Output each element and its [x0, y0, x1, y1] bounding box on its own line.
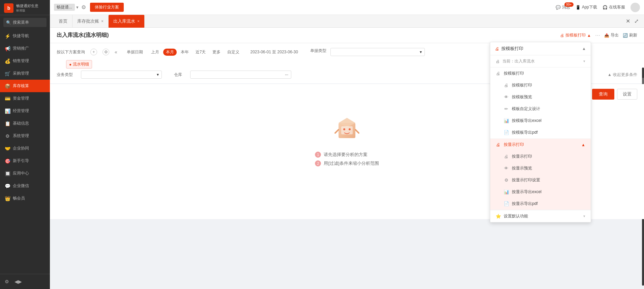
top-header: 畅捷通... ▾ ⚙ 体验行业方案 💬 消息 99+ 📱 App下载 🎧 在线客…	[50, 0, 644, 15]
display-print-section-toggle[interactable]: 🖨 按显示打印 ▲	[490, 139, 591, 151]
message-icon: 💬	[556, 5, 561, 10]
tab-batch-account-close[interactable]: ×	[101, 19, 104, 24]
dropdown-item-display-preview[interactable]: 👁 按显示预览	[490, 162, 591, 174]
print-dropdown-panel: 🖨 按模板打印 ▲ 🖨 当前：出入库流水 ▾	[490, 42, 591, 222]
headset-icon: 🎧	[603, 5, 608, 10]
collapse-more-button[interactable]: ▲ 收起更多条件	[608, 72, 637, 78]
dropdown-item-display-print[interactable]: 🖨 按显示打印	[490, 151, 591, 162]
tab-in-out-flow-close[interactable]: ×	[137, 19, 140, 24]
date-tab-more[interactable]: 更多	[210, 49, 223, 56]
date-tab-last-month[interactable]: 上月	[148, 49, 162, 56]
main-content: 畅捷通... ▾ ⚙ 体验行业方案 💬 消息 99+ 📱 App下载 🎧 在线客…	[50, 0, 644, 289]
filter-tag-item: ● 流水明细	[66, 60, 92, 69]
sidebar-item-guide[interactable]: 🎯 新手引导	[0, 155, 50, 167]
sidebar-item-label: 采购管理	[13, 71, 29, 76]
filter-tag-icon: ●	[69, 62, 71, 67]
template-print-section-header[interactable]: 🖨 按模板打印	[490, 68, 591, 79]
business-type-select[interactable]: ▾	[81, 71, 162, 79]
dropdown-item-display-print-settings[interactable]: ⚙ 按显示打印设置	[490, 174, 591, 186]
print-dropdown-container: 🖨 按模板打印 ▲ 🖨 按模板打印 ▲	[560, 32, 591, 38]
sidebar-item-label: 新手引导	[13, 158, 29, 164]
template-print-label: 按模板打印	[565, 32, 586, 38]
sidebar-item-finance[interactable]: 💳 资金管理	[0, 92, 50, 105]
tab-batch-account[interactable]: 库存批次账 ×	[72, 15, 109, 28]
sidebar-item-basic[interactable]: 📋 基础信息	[0, 117, 50, 130]
dropdown-item-display-excel[interactable]: 📊 按显示导出excel	[490, 186, 591, 198]
app-download-label: App下载	[582, 4, 597, 10]
dropdown-item-display-pdf[interactable]: 📄 按显示导出pdf	[490, 198, 591, 210]
user-avatar[interactable]	[631, 3, 640, 12]
template-print-button[interactable]: 🖨 按模板打印 ▲	[560, 32, 591, 38]
warehouse-select[interactable]: ···	[190, 71, 291, 79]
refresh-button[interactable]: 🔄 刷新	[623, 32, 637, 38]
app-download-button[interactable]: 📱 App下载	[576, 4, 597, 10]
date-tab-7days[interactable]: 近7天	[193, 49, 209, 56]
dropdown-item-template-custom[interactable]: ✏ 模板自定义设计	[490, 103, 591, 115]
app-center-icon: 🔲	[5, 171, 10, 176]
date-tabs: 上月 本月 本年 近7天 更多 自定义	[148, 49, 242, 56]
message-badge: 99+	[564, 2, 574, 7]
sidebar-item-member[interactable]: 👑 畅会员	[0, 192, 50, 205]
dropdown-item-template-preview[interactable]: 👁 按模板预览	[490, 91, 591, 103]
filter-collapse-icon[interactable]: «	[115, 49, 117, 55]
date-tab-this-year[interactable]: 本年	[178, 49, 192, 56]
dropdown-item-template-print[interactable]: 🖨 按模板打印	[490, 79, 591, 91]
date-tab-custom[interactable]: 自定义	[225, 49, 242, 56]
dropdown-header-arrow[interactable]: ▲	[582, 46, 586, 51]
tab-maximize-button[interactable]: ⤢	[633, 17, 640, 26]
tpl-pdf-icon: 📄	[504, 130, 509, 135]
tab-close-all-button[interactable]: ✕	[624, 17, 632, 26]
wechat-icon: 💬	[5, 183, 10, 189]
filter-add-button[interactable]: +	[90, 49, 97, 55]
tab-in-out-flow[interactable]: 出入库流水 ×	[109, 15, 145, 28]
collab-icon: 🤝	[5, 146, 10, 151]
sidebar-item-purchase[interactable]: 🛒 采购管理	[0, 67, 50, 80]
tab-in-out-flow-label: 出入库流水	[113, 18, 135, 24]
search-icon: 🔍	[6, 20, 11, 25]
sidebar-item-marketing[interactable]: 📢 营销推广	[0, 42, 50, 55]
sidebar-item-sales[interactable]: 💰 销售管理	[0, 55, 50, 67]
search-menu-button[interactable]: 🔍 搜索菜单	[3, 18, 47, 27]
dropdown-item-set-default[interactable]: ⭐ 设置默认功能 ▾	[490, 210, 591, 222]
bill-type-select[interactable]: ▾	[330, 48, 425, 56]
sidebar-item-collab[interactable]: 🤝 企业协同	[0, 142, 50, 155]
query-button[interactable]: 查询	[592, 89, 614, 100]
svg-point-4	[349, 128, 351, 130]
sidebar-item-system[interactable]: ⚙ 系统管理	[0, 130, 50, 142]
sidebar-item-app-center[interactable]: 🔲 应用中心	[0, 167, 50, 180]
business-type-label: 业务类型	[57, 72, 73, 78]
sidebar-item-inventory[interactable]: 📦 库存核算	[0, 80, 50, 92]
disp-pdf-icon: 📄	[504, 201, 509, 207]
sidebar-item-label: 企业微信	[13, 183, 29, 189]
empty-step-2: 2 用[过滤]条件来缩小分析范围	[315, 160, 379, 166]
bill-type-label: 单据类型	[310, 48, 326, 53]
sidebar-item-operations[interactable]: 📊 经营管理	[0, 105, 50, 117]
purchase-icon: 🛒	[5, 71, 10, 76]
messages-button[interactable]: 💬 消息 99+	[556, 4, 570, 10]
user-dropdown-icon[interactable]: ▾	[76, 5, 79, 10]
export-label: 导出	[611, 32, 619, 38]
phone-icon: 📱	[576, 5, 581, 10]
tpl-print-label: 按模板打印	[512, 82, 532, 88]
sidebar-collapse-button[interactable]: ◀▶	[13, 278, 23, 286]
display-print-section-label: 按显示打印	[504, 142, 524, 148]
dropdown-item-template-excel[interactable]: 📊 按模板导出excel	[490, 115, 591, 127]
tab-home[interactable]: 首页	[54, 15, 72, 28]
header-settings-icon[interactable]: ⚙	[81, 4, 86, 10]
sidebar-item-quick-nav[interactable]: ⚡ 快捷导航	[0, 30, 50, 42]
settings-button[interactable]: 设置	[617, 89, 637, 100]
dropdown-item-template-pdf[interactable]: 📄 按模板导出pdf	[490, 127, 591, 138]
dropdown-current-item[interactable]: 🖨 当前：出入库流水 ▾	[490, 55, 591, 68]
online-service-button[interactable]: 🎧 在线客服	[603, 4, 625, 10]
page-actions-area: 🖨 按模板打印 ▲ 🖨 按模板打印 ▲	[560, 32, 637, 39]
filter-settings-button[interactable]: ⚙	[103, 49, 109, 55]
display-section-arrow: ▲	[581, 142, 585, 147]
export-button[interactable]: 📤 导出	[604, 32, 619, 38]
trial-industry-button[interactable]: 体验行业方案	[90, 3, 124, 12]
sidebar-item-wechat[interactable]: 💬 企业微信	[0, 180, 50, 192]
sidebar-settings-button[interactable]: ⚙	[3, 278, 10, 286]
date-tab-this-month[interactable]: 本月	[163, 49, 177, 56]
sidebar-item-label: 营销推广	[13, 46, 29, 51]
warehouse-label: 仓库	[174, 72, 182, 78]
chevron-up-icon: ▲	[587, 33, 591, 38]
